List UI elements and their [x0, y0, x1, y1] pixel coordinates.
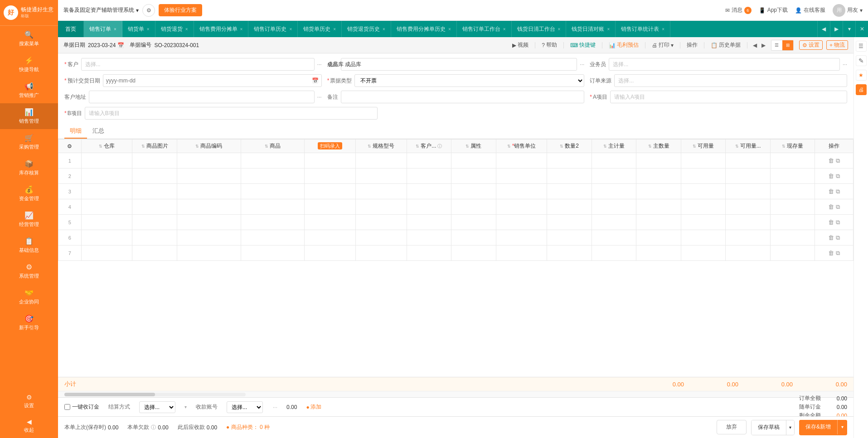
tab-close-11[interactable]: ×	[607, 27, 610, 32]
b-project-input[interactable]	[85, 107, 378, 120]
cell-1-name[interactable]	[241, 153, 305, 168]
cell-7-main_qty[interactable]	[636, 245, 681, 261]
cell-2-attr[interactable]	[451, 168, 496, 184]
cell-4-attr[interactable]	[451, 199, 496, 215]
cell-5-name[interactable]	[241, 215, 305, 230]
copy-btn-7[interactable]: ⧉	[836, 250, 840, 257]
delete-btn-6[interactable]: 🗑	[828, 234, 834, 241]
sidebar-item-11[interactable]: 🎯新手引导	[0, 310, 58, 336]
tab-close-5[interactable]: ×	[289, 27, 292, 32]
cell-3-attr[interactable]	[451, 184, 496, 199]
cell-6-main_unit[interactable]	[592, 230, 636, 245]
delete-btn-3[interactable]: 🗑	[828, 188, 834, 195]
cell-2-customer_code[interactable]	[407, 168, 451, 184]
copy-btn-2[interactable]: ⧉	[836, 173, 840, 180]
cell-4-name[interactable]	[241, 199, 305, 215]
th-image[interactable]: ⇅ 商品图片	[132, 140, 177, 153]
cell-7-stock_qty[interactable]	[770, 245, 815, 261]
cell-7-gear[interactable]: 7	[58, 245, 82, 261]
copy-btn-4[interactable]: ⧉	[836, 203, 840, 211]
cell-7-code[interactable]	[177, 245, 241, 261]
th-avail_qty[interactable]: ⇅ 可用量	[681, 140, 726, 153]
th-attr[interactable]: ⇅ 属性	[451, 140, 496, 153]
cell-7-main_unit[interactable]	[592, 245, 636, 261]
discard-button[interactable]: 放弃	[717, 420, 747, 434]
cell-4-main_unit[interactable]	[592, 199, 636, 215]
cell-6-qty2[interactable]	[547, 230, 592, 245]
cell-5-gear[interactable]: 5	[58, 215, 82, 230]
th-spec[interactable]: ⇅ 规格型号	[355, 140, 407, 153]
right-panel-btn-2[interactable]: ✎	[856, 55, 867, 66]
cell-1-main_qty[interactable]	[636, 153, 681, 168]
industry-btn[interactable]: 体验行业方案	[159, 4, 202, 16]
cell-6-image[interactable]	[132, 230, 177, 245]
cell-7-attr[interactable]	[451, 245, 496, 261]
th-code[interactable]: ⇅ 商品编码	[177, 140, 241, 153]
cell-5-spec[interactable]	[355, 215, 407, 230]
staff-dots[interactable]: ···	[843, 61, 847, 67]
cell-2-avail_qty2[interactable]	[726, 168, 771, 184]
cell-1-unit[interactable]	[496, 153, 547, 168]
cell-4-code[interactable]	[177, 199, 241, 215]
cell-7-name[interactable]	[241, 245, 305, 261]
tabbar-next-btn[interactable]: ▶	[830, 21, 843, 37]
cell-4-customer_code[interactable]	[407, 199, 451, 215]
tabbar-prev-btn[interactable]: ◀	[817, 21, 830, 37]
cell-6-attr[interactable]	[451, 230, 496, 245]
cell-2-warehouse[interactable]	[81, 168, 132, 184]
cell-4-avail_qty[interactable]	[681, 199, 726, 215]
cell-1-stock_qty[interactable]	[770, 153, 815, 168]
th-gear[interactable]: ⚙	[58, 140, 82, 153]
cell-2-code[interactable]	[177, 168, 241, 184]
tab-home[interactable]: 首页	[58, 21, 84, 37]
sidebar-item-8[interactable]: 📋基础信息	[0, 232, 58, 258]
cell-2-image[interactable]	[132, 168, 177, 184]
cell-4-gear[interactable]: 4	[58, 199, 82, 215]
cell-7-qty2[interactable]	[547, 245, 592, 261]
cell-6-name[interactable]	[241, 230, 305, 245]
add-logistics-btn[interactable]: + 物流	[826, 40, 848, 50]
tab-2[interactable]: 销货单×	[122, 21, 155, 37]
cell-1-spec[interactable]	[355, 153, 407, 168]
th-main_unit[interactable]: ⇅ 主计量	[592, 140, 636, 153]
tab-close-6[interactable]: ×	[333, 27, 336, 32]
cell-3-code[interactable]	[177, 184, 241, 199]
cell-2-qty2[interactable]	[547, 168, 592, 184]
sidebar-item-4[interactable]: 🛒采购管理	[0, 129, 58, 155]
cell-5-qty2[interactable]	[547, 215, 592, 230]
delete-btn-4[interactable]: 🗑	[828, 203, 834, 210]
cell-7-image[interactable]	[132, 245, 177, 261]
right-panel-btn-3[interactable]: ★	[856, 70, 867, 81]
tab-close-3[interactable]: ×	[185, 27, 188, 32]
cell-2-avail_qty[interactable]	[681, 168, 726, 184]
th-name[interactable]: ⇅ 商品	[241, 140, 305, 153]
video-btn[interactable]: ▶ 视频	[509, 40, 531, 50]
th-unit[interactable]: ⇅ *销售单位	[496, 140, 547, 153]
app-download-btn[interactable]: 📱 App下载	[759, 6, 788, 14]
cell-5-main_qty[interactable]	[636, 215, 681, 230]
system-name[interactable]: 装备及固定资产辅助管理系统 ▾	[63, 6, 139, 14]
print-btn[interactable]: 🖨 打印 ▾	[649, 40, 676, 50]
delete-btn-7[interactable]: 🗑	[828, 250, 834, 256]
cell-5-avail_qty2[interactable]	[726, 215, 771, 230]
cell-6-code[interactable]	[177, 230, 241, 245]
tab-1[interactable]: 销售订单×	[84, 21, 122, 37]
sidebar-item-9[interactable]: ⚙系统管理	[0, 258, 58, 284]
cell-3-spec[interactable]	[355, 184, 407, 199]
tab-10[interactable]: 钱货日清工作台×	[512, 21, 567, 37]
cell-5-warehouse[interactable]	[81, 215, 132, 230]
cell-3-gear[interactable]: 3	[58, 184, 82, 199]
tab-close-7[interactable]: ×	[383, 27, 385, 32]
message-btn[interactable]: ✉ 消息 6	[725, 6, 752, 14]
delivery-calendar-icon[interactable]: 📅	[312, 77, 319, 84]
delete-btn-5[interactable]: 🗑	[828, 219, 834, 226]
help-btn[interactable]: ? 帮助	[539, 40, 560, 50]
one-click-checkbox[interactable]: 一键收订金	[64, 403, 99, 411]
cell-7-customer_code[interactable]	[407, 245, 451, 261]
account-dots[interactable]: ···	[273, 404, 277, 410]
one-click-checkbox-input[interactable]	[64, 404, 70, 410]
cell-1-qty2[interactable]	[547, 153, 592, 168]
copy-btn-5[interactable]: ⧉	[836, 219, 840, 226]
delete-btn-2[interactable]: 🗑	[828, 173, 834, 179]
cell-2-spec[interactable]	[355, 168, 407, 184]
